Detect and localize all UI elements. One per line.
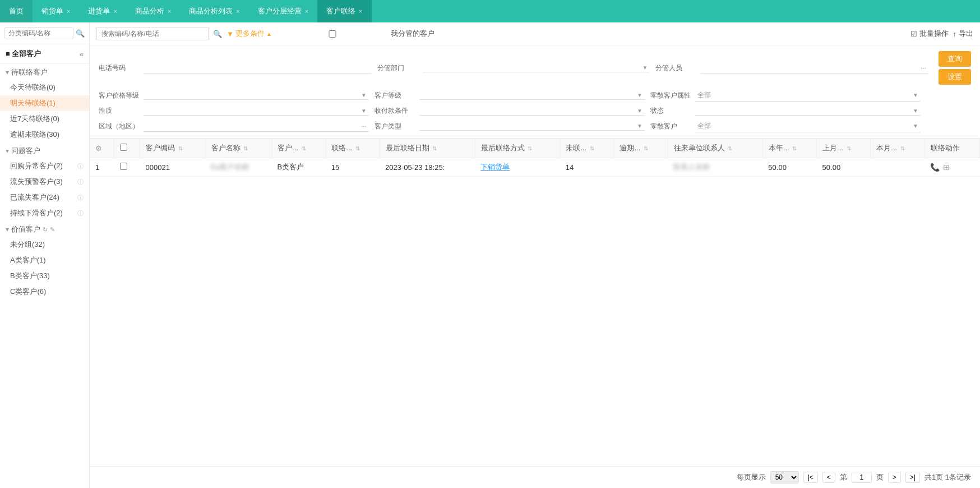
sort-icon[interactable]: ⇅ <box>644 145 648 151</box>
page-number-input[interactable] <box>852 472 872 483</box>
nav-customer-tier[interactable]: 客户分层经营 × <box>249 0 317 22</box>
collapse-icon[interactable]: « <box>80 50 84 58</box>
chevron-down-icon: ▲ <box>266 31 272 37</box>
search-icon[interactable]: 🔍 <box>76 29 85 38</box>
info-icon: ⓘ <box>77 194 84 202</box>
sort-icon[interactable]: ⇅ <box>728 145 732 151</box>
th-contact-person: 往来单位联系人 ⇅ <box>668 139 762 158</box>
more-conditions-button[interactable]: ▼ 更多条件 ▲ <box>226 29 272 39</box>
price-level-select[interactable]: ▼ <box>144 91 369 100</box>
td-checkbox[interactable] <box>114 158 140 177</box>
ellipsis-icon[interactable]: ··· <box>921 64 926 72</box>
grid-action-icon[interactable]: ⊞ <box>943 163 950 172</box>
close-icon[interactable]: × <box>168 8 171 15</box>
nav-sales-order[interactable]: 销货单 × <box>33 0 79 22</box>
status-select[interactable]: ▼ <box>695 107 921 116</box>
sidebar-item-overdue-contact[interactable]: 逾期未联络(30) <box>0 127 89 142</box>
top-navigation: 首页 销货单 × 进货单 × 商品分析 × 商品分析列表 × 客户分层经营 × … <box>0 0 980 22</box>
my-customers-checkbox[interactable]: 我分管的客户 <box>276 29 434 39</box>
row-checkbox[interactable] <box>120 163 127 170</box>
customer-type-select[interactable]: ▼ <box>419 122 645 131</box>
sort-icon[interactable]: ⇅ <box>243 145 248 151</box>
retail-customer-select[interactable]: 全部 ▼ <box>695 120 921 132</box>
filter-row-3: 性质 ▼ 收付款条件 ▼ 状态 <box>99 106 971 116</box>
chevron-down-icon: ▼ <box>913 92 918 98</box>
sidebar-search-input[interactable] <box>4 27 73 39</box>
sidebar-search-bar: 🔍 <box>0 22 89 44</box>
query-button[interactable]: 查询 <box>939 51 971 67</box>
close-icon[interactable]: × <box>236 8 239 15</box>
sidebar-item-a-class[interactable]: A类客户(1) <box>0 252 89 268</box>
sort-icon[interactable]: ⇅ <box>900 145 905 151</box>
th-gear[interactable]: ⚙ <box>90 139 114 158</box>
sidebar-group-problem: 问题客户 <box>0 142 89 158</box>
sidebar-item-c-class[interactable]: C类客户(6) <box>0 284 89 300</box>
nav-product-analysis[interactable]: 商品分析 × <box>126 0 180 22</box>
page-label: 第 <box>840 472 847 482</box>
dept-select[interactable]: ▼ <box>422 63 650 72</box>
last-page-button[interactable]: >| <box>905 472 920 483</box>
sidebar-item-7days-pending[interactable]: 近7天待联络(0) <box>0 111 89 127</box>
phone-action-icon[interactable]: 📞 <box>930 163 940 172</box>
close-icon[interactable]: × <box>113 8 117 15</box>
nav-customer-contact[interactable]: 客户联络 × <box>317 0 371 22</box>
td-this-year: 50.00 <box>762 158 816 177</box>
nav-home[interactable]: 首页 <box>0 0 33 22</box>
data-table-area: ⚙ 客户编码 ⇅ 客户名称 ⇅ 客户... ⇅ <box>90 139 980 466</box>
refresh-icon[interactable]: ↻ <box>43 226 48 233</box>
sidebar-item-churned[interactable]: 已流失客户(24) ⓘ <box>0 190 89 205</box>
sort-icon[interactable]: ⇅ <box>178 145 183 151</box>
sidebar-item-b-class[interactable]: B类客户(33) <box>0 268 89 284</box>
main-layout: 🔍 ■ 全部客户 « 待联络客户 今天待联络(0) 明天待联络(1) 近7天待联… <box>0 22 980 488</box>
sidebar-item-tomorrow-pending[interactable]: 明天待联络(1) <box>0 95 89 111</box>
sidebar: 🔍 ■ 全部客户 « 待联络客户 今天待联络(0) 明天待联络(1) 近7天待联… <box>0 22 90 488</box>
region-select[interactable]: ··· <box>144 121 369 132</box>
td-last-date: 2023-05-23 18:25: <box>380 158 475 177</box>
first-page-button[interactable]: |< <box>803 472 818 483</box>
close-icon[interactable]: × <box>359 8 362 15</box>
td-name: Ea客户名称 <box>205 158 271 177</box>
nav-purchase-order[interactable]: 进货单 × <box>79 0 126 22</box>
th-checkbox[interactable] <box>114 139 140 158</box>
nav-product-analysis-list[interactable]: 商品分析列表 × <box>180 0 248 22</box>
td-last-method[interactable]: 下销货单 <box>475 158 560 177</box>
next-page-button[interactable]: > <box>888 472 901 483</box>
close-icon[interactable]: × <box>305 8 308 15</box>
phone-input[interactable] <box>144 63 372 73</box>
td-contact-count: 15 <box>326 158 380 177</box>
payment-select[interactable]: ▼ <box>419 107 645 116</box>
sort-icon[interactable]: ⇅ <box>528 145 532 151</box>
filter-bar: 🔍 ▼ 更多条件 ▲ 我分管的客户 ☑ 批量操作 ↑ 导出 <box>90 22 980 45</box>
customer-level-select[interactable]: ▼ <box>419 91 645 100</box>
th-code: 客户编码 ⇅ <box>140 139 206 158</box>
manager-select[interactable]: ··· <box>700 63 928 73</box>
sidebar-item-today-pending[interactable]: 今天待联络(0) <box>0 80 89 95</box>
sort-icon[interactable]: ⇅ <box>355 145 360 151</box>
ellipsis-icon[interactable]: ··· <box>361 122 367 130</box>
set-button[interactable]: 设置 <box>939 69 971 85</box>
search-icon[interactable]: 🔍 <box>213 30 222 38</box>
retail-attribute-select[interactable]: 全部 ▼ <box>695 89 921 102</box>
prev-page-button[interactable]: < <box>822 472 835 483</box>
sort-icon[interactable]: ⇅ <box>847 145 851 151</box>
sort-icon[interactable]: ⇅ <box>792 145 797 151</box>
nature-select[interactable]: ▼ <box>144 107 369 116</box>
edit-icon[interactable]: ✎ <box>50 226 55 233</box>
batch-operation-button[interactable]: ☑ 批量操作 <box>910 29 949 39</box>
sort-icon[interactable]: ⇅ <box>432 145 437 151</box>
sidebar-item-churn-warning[interactable]: 流失预警客户(3) ⓘ <box>0 174 89 190</box>
sort-icon[interactable]: ⇅ <box>590 145 594 151</box>
content-area: 🔍 ▼ 更多条件 ▲ 我分管的客户 ☑ 批量操作 ↑ 导出 <box>90 22 980 488</box>
export-icon: ↑ <box>953 30 957 38</box>
sidebar-item-repurchase-abnormal[interactable]: 回购异常客户(2) ⓘ <box>0 158 89 174</box>
sort-icon[interactable]: ⇅ <box>302 145 306 151</box>
filter-customer-type: 客户类型 ▼ <box>375 122 645 131</box>
sidebar-item-declining[interactable]: 持续下滑客户(2) ⓘ <box>0 205 89 221</box>
search-input[interactable] <box>96 27 209 40</box>
th-last-date: 最后联络日期 ⇅ <box>380 139 475 158</box>
sidebar-item-unclassified[interactable]: 未分组(32) <box>0 237 89 252</box>
close-icon[interactable]: × <box>67 8 70 15</box>
per-page-select[interactable]: 50 100 200 <box>770 471 799 484</box>
select-all-checkbox[interactable] <box>120 144 127 151</box>
export-button[interactable]: ↑ 导出 <box>953 29 974 39</box>
